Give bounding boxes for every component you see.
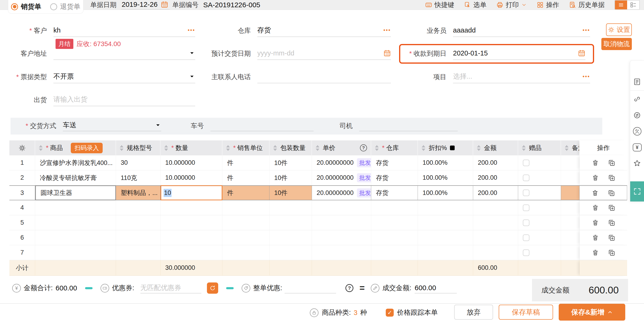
select-doc-button[interactable]: 选单 [464,0,486,9]
save-and-new-button[interactable]: 保存&新增 [559,304,625,321]
coupon-value[interactable]: 无匹配优惠券 [140,283,201,294]
expected-delivery-placeholder[interactable]: yyyy-mm-dd [257,49,382,57]
cell-pack[interactable]: 10件 [270,185,312,200]
invoice-type-field[interactable]: 票据类型 不开票 [9,70,195,83]
cell-warehouse[interactable] [371,200,418,215]
print-button[interactable]: 打印 [496,0,527,9]
salesman-value[interactable]: aaaadd [453,26,581,34]
checkbox-checked-icon[interactable]: ✓ [386,309,394,317]
warehouse-field[interactable]: 仓库 存货••• [202,24,391,37]
cell-remark[interactable] [561,230,580,245]
chevron-down-icon[interactable] [189,73,195,80]
cell-discount[interactable] [418,230,473,245]
gift-checkbox[interactable] [523,189,530,196]
cell-discount[interactable] [418,245,473,260]
cell-remark[interactable] [561,200,580,215]
sort-icon[interactable] [522,145,526,151]
owe-icon[interactable]: 欠 [633,127,642,136]
cell-spec[interactable] [116,245,160,260]
cell-gift[interactable] [518,155,561,170]
question-icon[interactable]: ? [346,284,354,292]
delivery-method-value[interactable]: 车送 [63,121,153,130]
cell-unit[interactable] [222,245,270,260]
price-track-option[interactable]: ✓ 价格跟踪本单 [386,308,438,317]
gift-checkbox[interactable] [523,219,530,226]
cell-product[interactable] [35,230,116,245]
delete-row-icon[interactable] [592,249,599,256]
favorite-star-icon[interactable] [633,159,641,167]
cell-pack[interactable] [270,215,312,230]
cell-product[interactable] [35,215,116,230]
copy-row-icon[interactable] [608,189,615,197]
cell-price[interactable]: 20.00000000批发 [312,155,371,170]
copy-row-icon[interactable] [608,159,615,166]
settings-button[interactable]: 设置 [606,23,632,36]
cell-pack[interactable] [270,245,312,260]
history-docs-button[interactable]: 历史单据 [569,0,605,9]
refresh-coupon-button[interactable] [207,283,218,294]
col-header-spec[interactable]: 规格型号 [116,140,160,155]
sort-icon[interactable] [375,145,379,151]
cell-spec[interactable] [116,230,160,245]
cell-unit[interactable] [222,200,270,215]
cell-warehouse[interactable] [371,230,418,245]
cell-qty[interactable]: 10.000000 [160,155,222,170]
cell-gift[interactable] [518,170,561,185]
customer-value[interactable]: kh [54,26,186,34]
cell-gift[interactable] [518,245,561,260]
cell-price[interactable] [312,200,371,215]
copy-row-icon[interactable] [608,234,615,241]
cell-discount[interactable] [418,200,473,215]
shipment-placeholder[interactable]: 请输入出货 [54,95,195,104]
cell-pack[interactable]: 10件 [270,155,312,170]
expand-button[interactable] [630,181,644,201]
delete-row-icon[interactable] [592,174,599,181]
vehicle-no-field[interactable]: 车号 [182,120,314,131]
cell-spec[interactable] [116,200,160,215]
cell-product[interactable] [35,200,116,215]
delete-row-icon[interactable] [592,204,599,211]
cell-unit[interactable]: 件 [222,170,270,185]
driver-field[interactable]: 司机 [330,120,458,131]
cell-pack[interactable] [270,230,312,245]
radio-return-order[interactable]: 退货单 [50,2,80,11]
chevron-down-icon[interactable] [189,50,195,56]
cell-gift[interactable] [518,185,561,200]
gift-checkbox[interactable] [523,249,530,256]
cell-pack[interactable] [270,200,312,215]
cell-unit[interactable] [222,230,270,245]
cell-price[interactable] [312,215,371,230]
copy-row-icon[interactable] [608,249,615,256]
contact-phone-field[interactable]: 主联系人电话 [202,70,391,83]
cell-qty[interactable] [160,245,222,260]
operations-button[interactable]: 操作 [537,0,559,9]
gift-checkbox[interactable] [523,160,530,166]
more-icon[interactable]: ••• [188,27,195,33]
calendar-icon[interactable] [578,49,586,57]
expected-delivery-field[interactable]: 预计交货日期 yyyy-mm-dd [202,47,391,60]
col-header-discount[interactable]: 折扣% [418,140,473,155]
cell-remark[interactable] [561,155,580,170]
more-icon[interactable]: ••• [384,27,391,33]
cell-warehouse[interactable] [371,245,418,260]
cell-discount[interactable]: 100.00% [418,185,473,200]
payment-due-value[interactable]: 2020-01-15 [453,49,576,57]
cell-remark[interactable] [561,215,580,230]
project-placeholder[interactable]: 选择... [453,72,581,81]
col-header-warehouse[interactable]: 仓库 [371,140,418,155]
note-icon[interactable] [633,78,641,86]
qty-edit-cell[interactable]: 10 [160,185,222,200]
cell-qty[interactable] [160,200,222,215]
order-discount-input[interactable] [284,283,336,294]
cell-discount[interactable]: 100.00% [418,170,473,185]
customer-field[interactable]: 客户 kh••• [9,24,195,37]
cell-warehouse[interactable]: 存货 [371,170,418,185]
cell-price[interactable]: 20.00000000批发 [312,185,371,200]
delete-row-icon[interactable] [592,159,599,166]
sort-icon[interactable] [120,145,124,151]
exchange-icon[interactable] [633,111,641,119]
more-icon[interactable]: ••• [582,73,590,80]
delete-row-icon[interactable] [592,234,599,241]
cell-spec[interactable]: 30 [116,155,160,170]
invoice-type-value[interactable]: 不开票 [54,72,187,81]
